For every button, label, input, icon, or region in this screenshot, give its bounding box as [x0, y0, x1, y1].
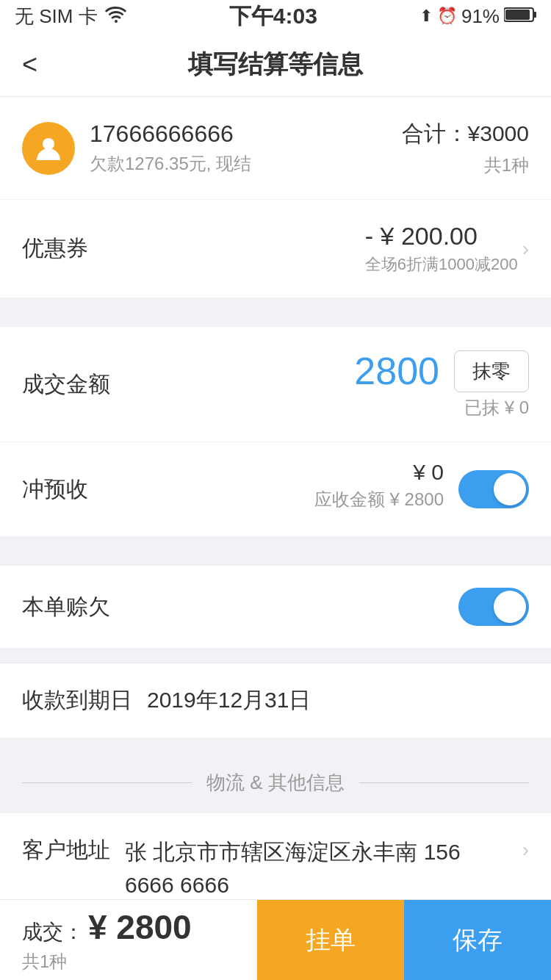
section-divider-2 [0, 551, 551, 566]
customer-total: 合计：¥3000 共1种 [402, 119, 529, 177]
arrears-row: 本单赊欠 [0, 566, 551, 648]
duedate-section: 收款到期日 2019年12月31日 [0, 663, 551, 738]
deal-amount-section: 成交金额 2800 抹零 已抹 ¥ 0 冲预收 ¥ 0 应收金额 ¥ 2800 [0, 327, 551, 536]
bottom-count: 共1种 [22, 950, 235, 973]
customer-left: 17666666666 欠款1276.35元, 现结 [22, 120, 251, 176]
logistics-label: 物流 & 其他信息 [206, 770, 345, 796]
coupon-desc: 全场6折满1000减200 [365, 253, 518, 275]
customer-subtitle: 欠款1276.35元, 现结 [90, 152, 251, 176]
svg-rect-2 [505, 10, 530, 20]
address-value: 张 北京市市辖区海淀区永丰南 156 6666 6666 [125, 835, 515, 901]
divider-line-right [359, 782, 529, 783]
save-button[interactable]: 保存 [404, 900, 551, 981]
round-button[interactable]: 抹零 [454, 350, 529, 392]
bottom-summary: 成交： ¥ 2800 共1种 [0, 907, 257, 973]
hang-order-button[interactable]: 挂单 [257, 900, 404, 981]
total-amount-label: 合计：¥3000 [402, 119, 529, 149]
prepay-label: 冲预收 [22, 475, 88, 505]
bottom-deal-row: 成交： ¥ 2800 [22, 907, 235, 947]
customer-info-row: 17666666666 欠款1276.35元, 现结 合计：¥3000 共1种 [0, 97, 551, 200]
page-header: < 填写结算等信息 [0, 32, 551, 97]
total-count-label: 共1种 [402, 154, 529, 177]
coupon-label: 优惠券 [22, 234, 88, 264]
svg-point-3 [43, 138, 54, 150]
bottom-deal-label: 成交： [22, 918, 84, 946]
coupon-row[interactable]: 优惠券 - ¥ 200.00 全场6折满1000减200 › [0, 200, 551, 298]
battery-icon [504, 5, 536, 28]
bottom-deal-amount: ¥ 2800 [88, 907, 192, 947]
customer-details: 17666666666 欠款1276.35元, 现结 [90, 120, 251, 176]
deal-amount-right: 2800 抹零 已抹 ¥ 0 [354, 349, 529, 419]
coupon-amount: - ¥ 200.00 [365, 222, 518, 251]
bottom-bar: 成交： ¥ 2800 共1种 挂单 保存 [0, 899, 551, 980]
duedate-label: 收款到期日 [22, 685, 132, 716]
arrears-label: 本单赊欠 [22, 592, 110, 622]
address-label: 客户地址 [22, 835, 110, 865]
prepay-row: 冲预收 ¥ 0 应收金额 ¥ 2800 [0, 442, 551, 536]
deal-amount-row: 成交金额 2800 抹零 已抹 ¥ 0 [0, 327, 551, 442]
svg-rect-1 [533, 12, 536, 18]
customer-phone: 17666666666 [90, 120, 251, 148]
alarm-icon: ⏰ [437, 7, 457, 26]
prepay-toggle[interactable] [458, 470, 529, 508]
no-sim-label: 无 SIM 卡 [15, 4, 98, 29]
deal-amount-value: 2800 [354, 349, 439, 393]
deal-amount-sub: 已抹 ¥ 0 [354, 396, 529, 419]
address-chevron-icon: › [522, 835, 529, 862]
deal-amount-label: 成交金额 [22, 370, 110, 400]
customer-info-card: 17666666666 欠款1276.35元, 现结 合计：¥3000 共1种 … [0, 97, 551, 298]
status-bar: 无 SIM 卡 下午4:03 ⬆ ⏰ 91% [0, 0, 551, 32]
status-left: 无 SIM 卡 [15, 4, 127, 29]
arrears-toggle-knob [494, 591, 526, 623]
status-right: ⬆ ⏰ 91% [419, 5, 536, 28]
location-icon: ⬆ [419, 7, 433, 26]
battery-label: 91% [461, 5, 500, 28]
deal-amount-value-row: 2800 抹零 [354, 349, 529, 393]
coupon-value-wrap: - ¥ 200.00 全场6折满1000减200 [365, 222, 518, 275]
duedate-row: 收款到期日 2019年12月31日 [0, 663, 551, 738]
toggle-knob [494, 473, 526, 505]
prepay-sub: 应收金额 ¥ 2800 [314, 488, 444, 511]
page-title: 填写结算等信息 [188, 48, 363, 82]
prepay-amount: ¥ 0 [314, 460, 444, 485]
logistics-divider: 物流 & 其他信息 [0, 752, 551, 813]
arrears-toggle[interactable] [458, 588, 529, 626]
avatar [22, 122, 75, 175]
divider-line-left [22, 782, 192, 783]
back-button[interactable]: < [22, 49, 52, 80]
section-divider-1 [0, 312, 551, 327]
chevron-right-icon: › [522, 237, 529, 261]
wifi-icon [105, 5, 127, 28]
status-time: 下午4:03 [229, 1, 317, 32]
arrears-section: 本单赊欠 [0, 566, 551, 648]
duedate-value: 2019年12月31日 [147, 685, 311, 716]
